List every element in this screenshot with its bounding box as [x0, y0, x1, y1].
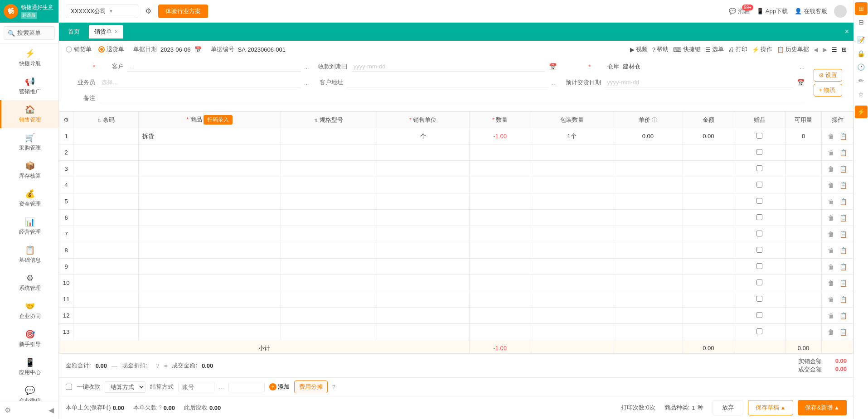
right-btn-edit[interactable]: ✏: [855, 74, 868, 87]
cell-price[interactable]: [613, 226, 683, 242]
sidebar-item-operations[interactable]: 📊 经营管理: [0, 212, 58, 241]
cell-amount[interactable]: [683, 275, 734, 291]
sidebar-item-system[interactable]: ⚙ 系统管理: [0, 269, 58, 297]
row-copy-btn-4[interactable]: 📋: [838, 197, 849, 206]
cell-price[interactable]: [613, 144, 683, 161]
row-copy-btn-11[interactable]: 📋: [838, 311, 849, 320]
row-delete-btn-6[interactable]: 🗑: [826, 230, 836, 239]
cell-amount[interactable]: [683, 177, 734, 193]
search-menu-button[interactable]: 🔍 搜索菜单: [4, 26, 55, 40]
cell-product[interactable]: 拆货: [139, 128, 281, 144]
cell-barcode[interactable]: [73, 308, 139, 324]
cell-price[interactable]: [613, 324, 683, 340]
cell-spec[interactable]: [281, 308, 377, 324]
right-btn-notes[interactable]: 📝: [855, 34, 868, 46]
cell-gift[interactable]: [734, 226, 785, 242]
sidebar-item-finance[interactable]: 💰 资金管理: [0, 184, 58, 212]
company-selector[interactable]: XXXXXX公司 ▼: [66, 5, 138, 18]
tab-sales-order[interactable]: 销货单 ×: [89, 25, 123, 39]
cell-gift[interactable]: [734, 275, 785, 291]
gift-checkbox-7[interactable]: [756, 247, 762, 253]
scan-button[interactable]: 扫码录入: [204, 115, 233, 125]
gift-checkbox-11[interactable]: [756, 312, 762, 318]
cell-unit[interactable]: [377, 291, 469, 308]
cell-product[interactable]: [139, 242, 281, 259]
sidebar-collapse-icon[interactable]: ◀: [48, 406, 54, 414]
cell-product[interactable]: [139, 144, 281, 161]
cell-pack-qty[interactable]: [531, 193, 613, 210]
row-delete-btn-9[interactable]: 🗑: [826, 279, 836, 288]
notes-input[interactable]: [99, 93, 805, 103]
online-service-button[interactable]: 👤 在线客服: [795, 7, 827, 15]
sidebar-item-marketing[interactable]: 📢 营销推广: [0, 72, 58, 100]
row-delete-btn-12[interactable]: 🗑: [826, 327, 836, 337]
cell-amount[interactable]: [683, 291, 734, 308]
cell-barcode[interactable]: [73, 275, 139, 291]
cell-barcode[interactable]: [73, 259, 139, 275]
cell-amount[interactable]: 0.00: [683, 128, 734, 144]
row-delete-btn-2[interactable]: 🗑: [826, 164, 836, 173]
cell-pack-qty[interactable]: [531, 324, 613, 340]
payment-dots-icon[interactable]: ...: [219, 384, 224, 390]
radio-return-order[interactable]: 退货单: [98, 45, 124, 53]
cell-price[interactable]: [613, 210, 683, 226]
user-avatar[interactable]: [834, 5, 847, 18]
view-grid-icon[interactable]: ⊞: [842, 46, 847, 53]
cell-amount[interactable]: [683, 193, 734, 210]
cell-barcode[interactable]: [73, 177, 139, 193]
cell-pack-qty[interactable]: [531, 291, 613, 308]
sidebar-settings-icon[interactable]: ⚙: [5, 406, 11, 414]
cell-product[interactable]: [139, 259, 281, 275]
calendar-icon-date[interactable]: 📅: [194, 46, 202, 53]
cell-amount[interactable]: [683, 259, 734, 275]
sidebar-item-sales[interactable]: 🏠 销售管理: [0, 100, 58, 128]
save-draft-button[interactable]: 保存草稿 ▲: [748, 400, 794, 415]
cell-unit[interactable]: [377, 308, 469, 324]
row-copy-btn-7[interactable]: 📋: [838, 246, 849, 255]
sidebar-item-inventory[interactable]: 📦 库存核算: [0, 156, 58, 184]
cell-amount[interactable]: [683, 308, 734, 324]
customer-input[interactable]: [127, 62, 301, 72]
message-button[interactable]: 💬 消息 99+: [729, 7, 750, 15]
tool-history-btn[interactable]: 📋 历史单据: [777, 45, 809, 53]
cell-amount[interactable]: [683, 226, 734, 242]
cell-gift[interactable]: [734, 242, 785, 259]
sidebar-item-wechat[interactable]: 💬 企业微信: [0, 381, 58, 401]
delivery-date-input[interactable]: [605, 77, 793, 87]
cell-unit[interactable]: 个: [377, 128, 469, 144]
calendar-icon-due[interactable]: 📅: [549, 63, 557, 70]
cell-barcode[interactable]: [73, 291, 139, 308]
cell-unit[interactable]: [377, 144, 469, 161]
tab-home[interactable]: 首页: [61, 24, 87, 39]
th-gear[interactable]: ⚙: [59, 112, 73, 128]
cell-unit[interactable]: [377, 242, 469, 259]
cell-barcode[interactable]: [73, 128, 139, 144]
cell-barcode[interactable]: [73, 161, 139, 177]
trial-button[interactable]: 体验行业方案: [158, 5, 208, 18]
row-delete-btn-0[interactable]: 🗑: [826, 132, 836, 141]
cell-barcode[interactable]: [73, 324, 139, 340]
cell-gift[interactable]: [734, 128, 785, 144]
cell-product[interactable]: [139, 210, 281, 226]
cell-barcode[interactable]: [73, 144, 139, 161]
save-new-button[interactable]: 保存&新增 ▲: [798, 400, 847, 415]
cell-gift[interactable]: [734, 308, 785, 324]
cell-price[interactable]: [613, 242, 683, 259]
cell-qty[interactable]: [469, 308, 531, 324]
cell-unit[interactable]: [377, 275, 469, 291]
sidebar-item-basics[interactable]: 📋 基础信息: [0, 241, 58, 269]
row-delete-btn-7[interactable]: 🗑: [826, 246, 836, 255]
order-total-help-icon[interactable]: ?: [159, 405, 162, 411]
tool-video-btn[interactable]: ▶ 视频: [630, 45, 648, 53]
cell-qty[interactable]: [469, 324, 531, 340]
row-copy-btn-9[interactable]: 📋: [838, 279, 849, 288]
cell-spec[interactable]: [281, 275, 377, 291]
sidebar-item-enterprise[interactable]: 🤝 企业协同: [0, 297, 58, 325]
gift-checkbox-12[interactable]: [756, 328, 762, 334]
nav-next-icon[interactable]: ▶: [823, 46, 827, 53]
cell-pack-qty[interactable]: [531, 275, 613, 291]
cell-spec[interactable]: [281, 128, 377, 144]
cell-qty[interactable]: [469, 177, 531, 193]
right-btn-expand[interactable]: ⊞: [855, 2, 868, 15]
right-btn-grid[interactable]: ⊟: [855, 16, 868, 29]
